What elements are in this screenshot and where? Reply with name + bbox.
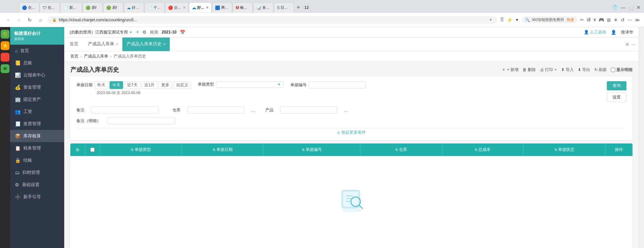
refresh-btn[interactable]: ↻: [26, 16, 34, 24]
date-btn-today[interactable]: 今天: [110, 81, 123, 89]
select-all-checkbox[interactable]: [90, 148, 95, 152]
more-arrow[interactable]: ▼: [515, 18, 519, 22]
account-add-btn[interactable]: +: [136, 29, 139, 35]
filter-settings-btn[interactable]: 设置: [607, 92, 626, 102]
grid2-icon[interactable]: ⊞: [607, 17, 611, 23]
export-btn[interactable]: ⬇ 导出: [578, 67, 590, 73]
delete-btn[interactable]: 🗑 删除: [523, 67, 536, 73]
show-detail-checkbox-area[interactable]: 显示明细: [611, 67, 633, 73]
col-settings[interactable]: ⚙: [70, 144, 85, 156]
tab-3[interactable]: 📄新...: [60, 2, 82, 13]
user-consult-link[interactable]: 👤 人工咨询: [584, 29, 606, 35]
app-icon-4[interactable]: ✉: [1, 64, 9, 73]
query-btn[interactable]: 查询: [607, 81, 626, 90]
warehouse-dots-btn[interactable]: ...: [251, 107, 255, 113]
product-input[interactable]: [280, 106, 337, 114]
breadcrumb-list[interactable]: 产成品入库单: [84, 53, 108, 59]
tab-1[interactable]: 🔵在...: [19, 2, 39, 13]
import-btn[interactable]: ⬆ 导入: [561, 67, 574, 73]
tab-8[interactable]: 🔴企... ✕: [165, 2, 189, 13]
account-selector[interactable]: (勿删勿禁用）江西服宝测试专用 ▼: [70, 29, 133, 35]
add-btn[interactable]: ＋ + 新增: [501, 67, 519, 73]
show-detail-checkbox[interactable]: [611, 68, 615, 72]
col-num[interactable]: ⇅ 单据编号: [263, 143, 360, 156]
detail-note-input[interactable]: [108, 117, 175, 125]
dropdown-icon[interactable]: ▼: [489, 18, 493, 22]
voucher-num-input[interactable]: [309, 81, 365, 89]
sidebar-item-home[interactable]: ⌂ 首页: [10, 45, 64, 57]
tab-add[interactable]: +: [294, 4, 302, 11]
sidebar-item-fund[interactable]: 💰 资金管理: [10, 81, 64, 93]
search-box[interactable]: 🔍 360智能抠图免费用 热搜: [522, 16, 577, 23]
sidebar-item-report[interactable]: 📊 云报表中心: [10, 69, 64, 81]
sidebar-item-inventory[interactable]: 📦 库存核算: [10, 130, 64, 142]
topbar-settings-btn[interactable]: ⚙: [142, 29, 147, 35]
yuan-icon[interactable]: ¥: [594, 17, 596, 22]
translate-icon[interactable]: 译: [587, 17, 591, 23]
col-status[interactable]: ⇅ 单据状态: [524, 143, 605, 156]
tab-9-close[interactable]: ✕: [206, 6, 209, 9]
tab-13[interactable]: S目...: [274, 2, 294, 13]
page-tab-history-close[interactable]: ✕: [163, 42, 166, 46]
tab-9[interactable]: ☁好... ✕: [189, 2, 212, 13]
product-dots-btn[interactable]: ...: [344, 107, 348, 113]
warehouse-input[interactable]: [187, 106, 244, 114]
tab-7[interactable]: 📄个...: [144, 2, 165, 13]
date-btn-custom[interactable]: 自定义: [173, 81, 191, 89]
tab-8-close[interactable]: ✕: [183, 6, 186, 9]
sidebar-item-payroll[interactable]: 👥 工资: [10, 106, 64, 118]
tab-6[interactable]: ☁好...: [124, 2, 144, 13]
tab-11[interactable]: M畅...: [233, 2, 253, 13]
tab-12[interactable]: 📊各...: [253, 2, 273, 13]
close-btn[interactable]: ✕: [637, 5, 641, 10]
app-icon-3[interactable]: 🔴: [1, 53, 9, 62]
breadcrumb-home[interactable]: 首页: [70, 53, 78, 59]
col-warehouse[interactable]: ⇅ 仓库: [360, 143, 442, 156]
page-tab-list-close[interactable]: ✕: [116, 42, 118, 46]
page-tab-home[interactable]: 首页: [64, 38, 84, 51]
print-dropdown[interactable]: ▼: [554, 68, 557, 71]
panel-more-btn[interactable]: ⋯: [631, 42, 636, 47]
app-icon-2[interactable]: ⭐: [1, 41, 9, 50]
date-btn-1month[interactable]: 近1月: [142, 81, 158, 89]
back2-icon[interactable]: ↺: [621, 17, 625, 23]
col-check[interactable]: [85, 144, 100, 155]
sidebar-item-tax[interactable]: 📋 税务管理: [10, 142, 64, 154]
type-select[interactable]: ▼: [216, 81, 284, 88]
sidebar-item-archive[interactable]: 🗂 归档管理: [10, 166, 64, 179]
collapse-btn[interactable]: ∧ 收起更多条件: [76, 128, 626, 135]
page-tab-history[interactable]: 产成品入库单历史 ✕: [122, 38, 170, 51]
extend-btn[interactable]: ≫: [635, 17, 640, 23]
sun-icon[interactable]: ☀: [614, 17, 618, 23]
sidebar-item-newguide[interactable]: ➕ 新手引导: [10, 191, 64, 203]
note-input[interactable]: [91, 106, 159, 114]
minimize-btn[interactable]: —: [621, 5, 625, 10]
tab-4[interactable]: 🟢易f: [82, 2, 103, 13]
calendar-icon[interactable]: 📅: [180, 30, 185, 35]
grid-icon[interactable]: ⠿: [500, 17, 504, 23]
url-bar[interactable]: 🔒 https://cloud.chanjet.com/accounting/u…: [47, 16, 497, 24]
lightning-icon[interactable]: ⚡: [507, 17, 512, 23]
home-btn[interactable]: ⌂: [37, 16, 45, 24]
print-btn[interactable]: 🖨 打印 ▼: [540, 67, 557, 73]
app-icon-1[interactable]: 🟢: [1, 30, 9, 39]
tab-5[interactable]: 🟢易f: [103, 2, 123, 13]
restore-btn[interactable]: ⬜: [628, 5, 634, 10]
tab-10[interactable]: 🟦腾...: [212, 2, 232, 13]
refresh-action-btn[interactable]: ↻ 刷新: [594, 67, 607, 73]
sidebar-item-close[interactable]: 🔒 结账: [10, 154, 64, 166]
panel-close-btn[interactable]: ✕: [623, 41, 631, 48]
date-btn-yesterday[interactable]: 昨天: [95, 81, 108, 89]
more-btn[interactable]: ⋯: [627, 17, 632, 23]
game-icon[interactable]: 🎮: [599, 17, 604, 22]
sidebar-item-invoice[interactable]: 🧾 发票管理: [10, 118, 64, 130]
date-btn-7days[interactable]: 近7天: [124, 81, 140, 89]
col-type[interactable]: ⇅ 单据类型: [100, 143, 182, 156]
sidebar-item-ledger[interactable]: 📒 总账: [10, 57, 64, 69]
back-btn[interactable]: ‹: [4, 16, 12, 24]
date-btn-more[interactable]: 更多: [159, 81, 172, 89]
sidebar-item-asset[interactable]: 🏢 固定资产: [10, 93, 64, 106]
page-tab-list[interactable]: 产成品入库单 ✕: [84, 38, 122, 51]
scissors-icon[interactable]: ✂: [580, 17, 584, 22]
sidebar-item-settings[interactable]: ⚙ 基础设置: [10, 179, 64, 191]
